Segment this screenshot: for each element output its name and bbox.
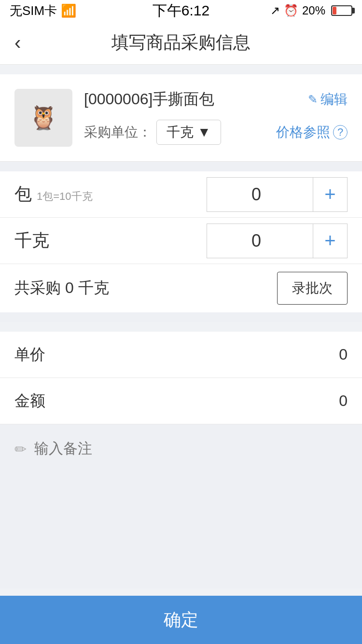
edit-icon: ✎	[308, 93, 318, 106]
unit-value: 千克	[167, 123, 194, 141]
wifi-signal-icon: 📶	[61, 3, 76, 18]
edit-label: 编辑	[320, 90, 348, 109]
dropdown-icon: ▼	[197, 125, 211, 140]
battery-text: 20%	[302, 4, 325, 17]
price-ref-label: 价格参照	[276, 123, 330, 141]
bag-plus-button[interactable]: +	[313, 177, 348, 212]
carrier-text: 无SIM卡	[10, 2, 57, 19]
total-purchase-text: 共采购 0 千克	[14, 278, 109, 299]
amount-label: 金额	[14, 391, 45, 412]
product-info: [0000006]手撕面包 ✎ 编辑 采购单位： 千克 ▼ 价格参照 ?	[84, 89, 348, 145]
page-title: 填写商品采购信息	[111, 31, 251, 55]
price-reference-button[interactable]: 价格参照 ?	[276, 123, 348, 141]
unit-price-label: 单价	[14, 344, 45, 365]
nav-bar: ‹ 填写商品采购信息	[0, 21, 362, 65]
alarm-icon: ⏰	[284, 4, 298, 17]
product-card: 🦉 [0000006]手撕面包 ✎ 编辑 采购单位： 千克 ▼ 价格参照 ?	[0, 74, 362, 162]
product-thumbnail-icon: 🦉	[29, 104, 58, 131]
product-image: 🦉	[14, 89, 72, 147]
kg-label-group: 千克	[14, 229, 72, 252]
battery-icon	[331, 5, 352, 16]
product-unit-row: 采购单位： 千克 ▼ 价格参照 ?	[84, 120, 348, 145]
bag-label: 包	[14, 182, 32, 206]
price-ref-help-icon: ?	[333, 125, 348, 140]
kg-quantity-row: 千克 +	[0, 218, 362, 264]
kg-quantity-input[interactable]	[207, 224, 313, 258]
bag-label-group: 包 1包=10千克	[14, 182, 93, 206]
bag-quantity-input[interactable]	[207, 177, 313, 212]
amount-value: 0	[339, 392, 348, 410]
unit-select-dropdown[interactable]: 千克 ▼	[156, 120, 221, 145]
kg-input-group: +	[72, 224, 348, 258]
status-bar-left: 无SIM卡 📶	[10, 2, 76, 19]
product-name-row: [0000006]手撕面包 ✎ 编辑	[84, 89, 348, 110]
kg-plus-button[interactable]: +	[313, 224, 348, 258]
back-button[interactable]: ‹	[14, 32, 21, 54]
status-bar-right: ↗ ⏰ 20%	[270, 4, 352, 17]
quantity-section: 包 1包=10千克 + 千克 +	[0, 171, 362, 264]
unit-select-wrapper: 采购单位： 千克 ▼	[84, 120, 221, 145]
notes-input[interactable]	[34, 439, 348, 487]
section-divider-2	[0, 312, 362, 322]
location-icon: ↗	[270, 4, 280, 17]
price-info-section: 单价 0 金额 0	[0, 332, 362, 424]
notes-pencil-icon: ✏	[14, 441, 27, 458]
bag-quantity-row: 包 1包=10千克 +	[0, 171, 362, 218]
bag-input-group: +	[93, 177, 348, 212]
status-bar-time: 下午6:12	[153, 1, 209, 21]
unit-label: 采购单位：	[84, 123, 152, 141]
summary-row: 共采购 0 千克 录批次	[0, 264, 362, 312]
unit-price-row: 单价 0	[0, 332, 362, 378]
batch-record-button[interactable]: 录批次	[277, 272, 348, 305]
bag-sub-label: 1包=10千克	[37, 189, 93, 204]
kg-label: 千克	[14, 229, 49, 252]
confirm-button[interactable]: 确定	[0, 596, 362, 644]
unit-price-value: 0	[339, 346, 348, 364]
status-bar: 无SIM卡 📶 下午6:12 ↗ ⏰ 20%	[0, 0, 362, 21]
product-name: [0000006]手撕面包	[84, 89, 214, 110]
edit-button[interactable]: ✎ 编辑	[308, 90, 348, 109]
amount-row: 金额 0	[0, 378, 362, 424]
section-divider-1	[0, 162, 362, 171]
notes-area: ✏	[0, 424, 362, 588]
